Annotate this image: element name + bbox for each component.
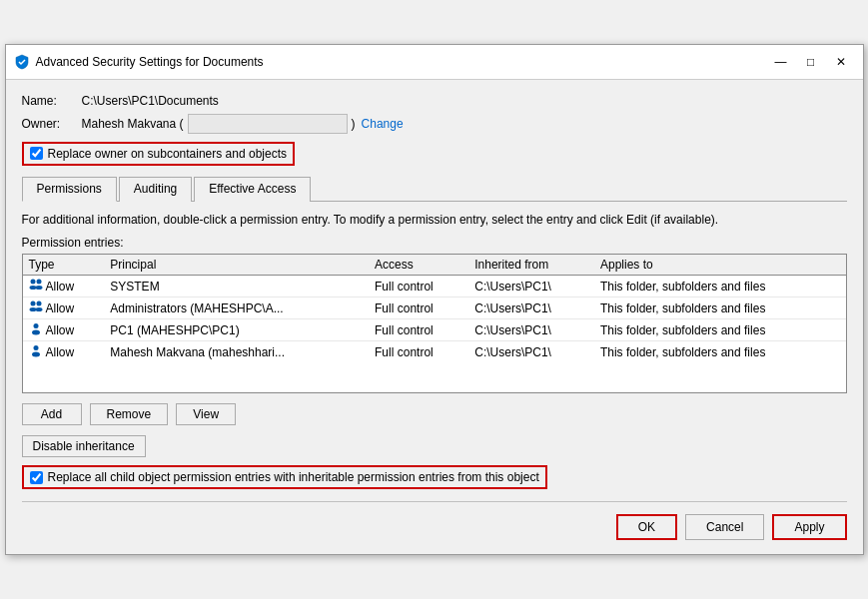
replace-child-label: Replace all child object permission entr… bbox=[48, 470, 539, 484]
replace-child-checkbox-row: Replace all child object permission entr… bbox=[22, 465, 547, 489]
apply-button[interactable]: Apply bbox=[772, 514, 846, 540]
minimize-button[interactable]: — bbox=[767, 51, 795, 73]
table-action-buttons: Add Remove View bbox=[22, 403, 847, 425]
replace-owner-label: Replace owner on subcontainers and objec… bbox=[48, 147, 287, 161]
cell-type-text: Allow bbox=[46, 323, 75, 337]
col-applies: Applies to bbox=[594, 255, 846, 276]
title-bar-controls: — □ ✕ bbox=[767, 51, 855, 73]
owner-name: Mahesh Makvana ( bbox=[82, 117, 184, 131]
cell-inherited-from: C:\Users\PC1\ bbox=[468, 276, 594, 298]
col-inherited: Inherited from bbox=[468, 255, 594, 276]
name-value: C:\Users\PC1\Documents bbox=[82, 94, 219, 108]
cell-principal: SYSTEM bbox=[104, 276, 369, 298]
cell-access: Full control bbox=[369, 319, 468, 341]
table-header-row: Type Principal Access Inherited from App… bbox=[23, 255, 846, 276]
user-icon bbox=[29, 321, 43, 338]
svg-point-6 bbox=[29, 307, 36, 311]
perm-entries-label: Permission entries: bbox=[22, 236, 847, 250]
col-access: Access bbox=[369, 255, 468, 276]
cell-type: Allow bbox=[23, 276, 105, 298]
content-area: Name: C:\Users\PC1\Documents Owner: Mahe… bbox=[6, 80, 863, 555]
cell-principal: Administrators (MAHESHPC\A... bbox=[104, 298, 369, 319]
cell-inherited-from: C:\Users\PC1\ bbox=[468, 298, 594, 319]
permissions-rows: AllowSYSTEMFull controlC:\Users\PC1\This… bbox=[23, 276, 846, 363]
cancel-button[interactable]: Cancel bbox=[685, 514, 764, 540]
svg-point-7 bbox=[35, 307, 42, 311]
group-icon bbox=[29, 278, 43, 295]
group-icon bbox=[29, 300, 43, 316]
table-row[interactable]: AllowAdministrators (MAHESHPC\A...Full c… bbox=[23, 298, 846, 319]
cell-inherited-from: C:\Users\PC1\ bbox=[468, 341, 594, 363]
main-window: Advanced Security Settings for Documents… bbox=[5, 44, 864, 556]
info-text: For additional information, double-click… bbox=[22, 212, 847, 229]
svg-point-5 bbox=[36, 301, 41, 306]
cell-type-text: Allow bbox=[46, 301, 75, 315]
table-row[interactable]: AllowSYSTEMFull controlC:\Users\PC1\This… bbox=[23, 276, 846, 298]
cell-inherited-from: C:\Users\PC1\ bbox=[468, 319, 594, 341]
cell-access: Full control bbox=[369, 298, 468, 319]
svg-point-2 bbox=[29, 286, 36, 290]
empty-space bbox=[23, 362, 846, 392]
name-label: Name: bbox=[22, 94, 82, 108]
table-row[interactable]: AllowPC1 (MAHESHPC\PC1)Full controlC:\Us… bbox=[23, 319, 846, 341]
col-principal: Principal bbox=[104, 255, 369, 276]
table-row[interactable]: AllowMahesh Makvana (maheshhari...Full c… bbox=[23, 341, 846, 363]
title-bar-left: Advanced Security Settings for Documents bbox=[14, 54, 264, 70]
tab-effective-access[interactable]: Effective Access bbox=[194, 177, 311, 202]
tab-permissions[interactable]: Permissions bbox=[22, 177, 117, 202]
tab-auditing[interactable]: Auditing bbox=[119, 177, 192, 202]
cell-type: Allow bbox=[23, 298, 105, 319]
svg-point-4 bbox=[30, 301, 35, 306]
dialog-buttons: OK Cancel Apply bbox=[22, 508, 847, 544]
maximize-button[interactable]: □ bbox=[797, 51, 825, 73]
cell-applies-to: This folder, subfolders and files bbox=[594, 276, 846, 298]
add-button[interactable]: Add bbox=[22, 403, 82, 425]
svg-point-3 bbox=[35, 286, 42, 290]
close-button[interactable]: ✕ bbox=[827, 51, 855, 73]
owner-suffix: ) bbox=[352, 117, 356, 131]
shield-icon bbox=[14, 54, 30, 70]
separator bbox=[22, 501, 847, 502]
disable-inheritance-button[interactable]: Disable inheritance bbox=[22, 435, 146, 457]
svg-point-8 bbox=[33, 323, 38, 328]
cell-access: Full control bbox=[369, 276, 468, 298]
cell-type: Allow bbox=[23, 319, 105, 341]
permissions-table: Type Principal Access Inherited from App… bbox=[23, 255, 846, 362]
user-icon bbox=[29, 343, 43, 360]
tabs-container: Permissions Auditing Effective Access bbox=[22, 176, 847, 202]
permissions-table-container: Type Principal Access Inherited from App… bbox=[22, 254, 847, 393]
view-button[interactable]: View bbox=[176, 403, 236, 425]
cell-type-text: Allow bbox=[46, 280, 75, 294]
remove-button[interactable]: Remove bbox=[90, 403, 169, 425]
name-row: Name: C:\Users\PC1\Documents bbox=[22, 94, 847, 108]
svg-point-0 bbox=[30, 280, 35, 285]
title-bar: Advanced Security Settings for Documents… bbox=[6, 45, 863, 80]
owner-row: Owner: Mahesh Makvana ( ) Change bbox=[22, 114, 847, 134]
window-title: Advanced Security Settings for Documents bbox=[36, 55, 264, 69]
cell-applies-to: This folder, subfolders and files bbox=[594, 298, 846, 319]
change-owner-link[interactable]: Change bbox=[362, 117, 404, 131]
cell-applies-to: This folder, subfolders and files bbox=[594, 341, 846, 363]
replace-owner-checkbox-row: Replace owner on subcontainers and objec… bbox=[22, 142, 295, 166]
cell-type: Allow bbox=[23, 341, 105, 363]
replace-child-checkbox[interactable] bbox=[30, 471, 43, 484]
owner-label: Owner: bbox=[22, 117, 82, 131]
cell-principal: Mahesh Makvana (maheshhari... bbox=[104, 341, 369, 363]
svg-point-11 bbox=[32, 352, 40, 357]
svg-point-1 bbox=[36, 280, 41, 285]
svg-point-10 bbox=[33, 345, 38, 350]
ok-button[interactable]: OK bbox=[616, 514, 677, 540]
cell-applies-to: This folder, subfolders and files bbox=[594, 319, 846, 341]
owner-input-box bbox=[188, 114, 348, 134]
cell-access: Full control bbox=[369, 341, 468, 363]
cell-principal: PC1 (MAHESHPC\PC1) bbox=[104, 319, 369, 341]
cell-type-text: Allow bbox=[46, 345, 75, 359]
col-type: Type bbox=[23, 255, 105, 276]
svg-point-9 bbox=[32, 330, 40, 335]
replace-owner-checkbox[interactable] bbox=[30, 147, 43, 160]
